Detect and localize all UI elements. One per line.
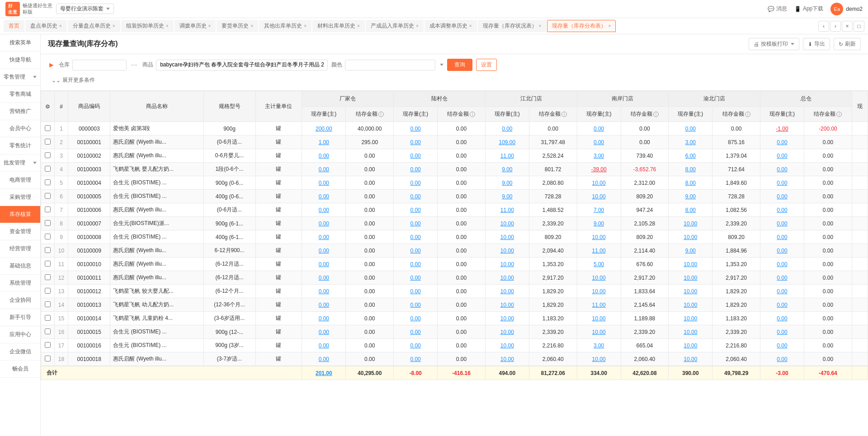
footer-total-qty[interactable]: -3.00 (760, 366, 804, 380)
na-qty-cell[interactable]: 10.00 (577, 271, 621, 285)
tab-cost[interactable]: 成本调整单历史 × (425, 20, 477, 32)
settings-cell[interactable] (41, 258, 55, 271)
jb-qty-cell[interactable]: 11.00 (485, 149, 529, 163)
tab-pandian[interactable]: 盘点单历史 × (25, 20, 67, 32)
lc-qty-cell[interactable]: 0.00 (394, 325, 438, 339)
yb-qty-cell[interactable]: 10.00 (669, 298, 712, 312)
settings-cell[interactable] (41, 122, 55, 136)
sidebar-item-inventory[interactable]: 库存核算 (0, 206, 40, 223)
sidebar-item-base[interactable]: 基础信息 (0, 258, 40, 275)
user-info[interactable]: Ea demo2 (830, 3, 863, 15)
yb-qty-cell[interactable]: 3.00 (669, 136, 712, 149)
jb-qty-cell[interactable]: 9.00 (485, 190, 529, 203)
lc-qty-cell[interactable]: 0.00 (394, 203, 438, 217)
total-qty-cell[interactable]: 0.00 (760, 339, 804, 352)
na-qty-cell[interactable]: 9.00 (577, 217, 621, 230)
jb-qty-cell[interactable]: 10.00 (485, 352, 529, 366)
jb-qty-cell[interactable]: 10.00 (485, 325, 529, 339)
na-qty-cell[interactable]: 3.00 (577, 339, 621, 352)
yb-qty-cell[interactable]: 10.00 (669, 271, 712, 285)
jb-qty-cell[interactable]: 10.00 (485, 258, 529, 271)
message-btn[interactable]: 💬 消息 (768, 5, 787, 13)
lc-qty-cell[interactable]: 0.00 (394, 217, 438, 230)
jb-qty-cell[interactable]: 10.00 (485, 230, 529, 244)
na-qty-cell[interactable]: 7.00 (577, 203, 621, 217)
tab-cailiao[interactable]: 材料出库单历史 × (312, 20, 365, 32)
footer-yb-qty[interactable]: 390.00 (669, 366, 712, 380)
tab-close-icon[interactable]: × (539, 23, 542, 28)
lc-qty-cell[interactable]: 0.00 (394, 149, 438, 163)
info-icon[interactable]: i (470, 112, 475, 117)
total-qty-cell[interactable]: 0.00 (760, 149, 804, 163)
yb-qty-cell[interactable]: 8.00 (669, 176, 712, 190)
info-icon[interactable]: i (378, 112, 384, 117)
tab-home[interactable]: 首页 (4, 20, 24, 32)
yb-qty-cell[interactable]: 8.00 (669, 163, 712, 176)
settings-cell[interactable] (41, 176, 55, 190)
goods-input[interactable] (156, 60, 328, 70)
yb-qty-cell[interactable]: 10.00 (669, 325, 712, 339)
settings-cell[interactable] (41, 136, 55, 149)
sidebar-item-guide[interactable]: 新手引导 (0, 309, 40, 326)
info-icon[interactable]: i (653, 112, 659, 117)
total-qty-cell[interactable]: -1.00 (760, 122, 804, 136)
settings-cell[interactable] (41, 298, 55, 312)
na-qty-cell[interactable]: 0.00 (577, 122, 621, 136)
na-qty-cell[interactable]: 0.00 (577, 136, 621, 149)
tab-yaohuo[interactable]: 要货单历史 × (217, 20, 258, 32)
jb-qty-cell[interactable]: 10.00 (485, 244, 529, 258)
sidebar-item-wxwork[interactable]: 企业微信 (0, 343, 40, 361)
tab-next-btn[interactable]: › (830, 21, 841, 32)
na-qty-cell[interactable]: 5.00 (577, 258, 621, 271)
yb-qty-cell[interactable]: 10.00 (669, 230, 712, 244)
yb-qty-cell[interactable]: 10.00 (669, 217, 712, 230)
settings-cell[interactable] (41, 203, 55, 217)
fj-qty-cell[interactable]: 0.00 (302, 258, 346, 271)
sidebar-item-apps[interactable]: 应用中心 (0, 326, 40, 343)
yb-qty-cell[interactable]: 0.00 (669, 122, 712, 136)
fj-qty-cell[interactable]: 0.00 (302, 271, 346, 285)
tab-expand-btn[interactable]: □ (854, 21, 864, 32)
fj-qty-cell[interactable]: 0.00 (302, 230, 346, 244)
tab-close-icon[interactable]: × (166, 23, 169, 28)
total-qty-cell[interactable]: 0.00 (760, 285, 804, 298)
tab-diaob[interactable]: 调拨单历史 × (175, 20, 216, 32)
warehouse-input[interactable] (72, 60, 127, 70)
fj-qty-cell[interactable]: 0.00 (302, 203, 346, 217)
total-qty-cell[interactable]: 0.00 (760, 203, 804, 217)
na-qty-cell[interactable]: 3.00 (577, 149, 621, 163)
total-qty-cell[interactable]: 0.00 (760, 258, 804, 271)
yb-qty-cell[interactable]: 6.00 (669, 149, 712, 163)
settings-cell[interactable] (41, 163, 55, 176)
info-icon[interactable]: i (561, 112, 567, 117)
yb-qty-cell[interactable]: 9.00 (669, 190, 712, 203)
yb-qty-cell[interactable]: 10.00 (669, 312, 712, 325)
total-qty-cell[interactable]: 0.00 (760, 244, 804, 258)
yb-qty-cell[interactable]: 10.00 (669, 339, 712, 352)
settings-cell[interactable] (41, 230, 55, 244)
fj-qty-cell[interactable]: 200.00 (302, 122, 346, 136)
na-qty-cell[interactable]: 10.00 (577, 312, 621, 325)
search-button[interactable]: 查询 (447, 59, 472, 71)
lc-qty-cell[interactable]: 0.00 (394, 312, 438, 325)
fj-qty-cell[interactable]: 0.00 (302, 149, 346, 163)
tab-close-icon[interactable]: × (250, 23, 253, 28)
sidebar-item-nav[interactable]: 快捷导航 (0, 52, 40, 69)
total-qty-cell[interactable]: 0.00 (760, 312, 804, 325)
total-qty-cell[interactable]: 0.00 (760, 352, 804, 366)
jb-qty-cell[interactable]: 10.00 (485, 312, 529, 325)
footer-fj-qty[interactable]: 201.00 (302, 366, 346, 380)
fj-qty-cell[interactable]: 0.00 (302, 325, 346, 339)
lc-qty-cell[interactable]: 0.00 (394, 339, 438, 352)
lc-qty-cell[interactable]: 0.00 (394, 244, 438, 258)
tab-close-icon[interactable]: × (59, 23, 62, 28)
total-qty-cell[interactable]: 0.00 (760, 230, 804, 244)
jb-qty-cell[interactable]: 10.00 (485, 285, 529, 298)
settings-cell[interactable] (41, 244, 55, 258)
sidebar-item-collab[interactable]: 企业协同 (0, 292, 40, 309)
na-qty-cell[interactable]: 10.00 (577, 285, 621, 298)
info-icon[interactable]: i (836, 112, 842, 117)
na-qty-cell[interactable]: 10.00 (577, 325, 621, 339)
sidebar-item-mall[interactable]: 零售商城 (0, 86, 40, 103)
settings-cell[interactable] (41, 285, 55, 298)
